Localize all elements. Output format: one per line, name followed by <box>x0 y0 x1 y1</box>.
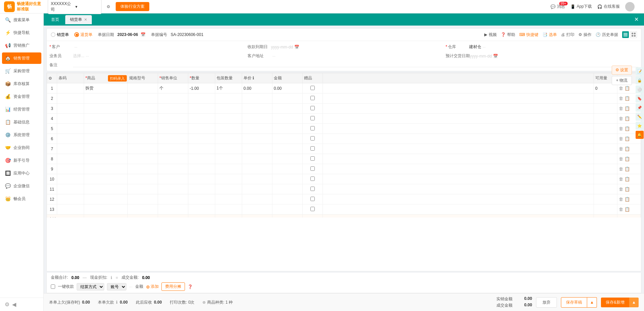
panel-btn-7[interactable]: ⭐ <box>636 122 644 130</box>
save-new-arrow-btn[interactable]: ▲ <box>629 298 639 307</box>
panel-btn-1[interactable]: 📝 <box>636 67 644 75</box>
panel-btn-8[interactable]: 🔔 <box>636 131 644 139</box>
delete-icon[interactable]: 🗑 <box>619 197 623 202</box>
sidebar-item-appstore[interactable]: 🔲 应用中心 <box>0 167 43 180</box>
sidebar-item-inventory[interactable]: 📦 库存核算 <box>0 77 43 90</box>
copy-icon[interactable]: 📋 <box>624 177 630 182</box>
delete-icon[interactable]: 🗑 <box>619 116 623 121</box>
scan-btn[interactable]: 扫码录入 <box>108 75 127 81</box>
save-new-btn[interactable]: 保存&新增 <box>601 298 629 307</box>
message-btn[interactable]: 💬 消息 99+ <box>551 4 565 9</box>
shortcut-btn[interactable]: ⌨ 快捷键 <box>519 32 538 38</box>
delete-icon[interactable]: 🗑 <box>619 146 623 151</box>
sidebar-item-marketing[interactable]: 📢 营销推广 <box>0 39 43 52</box>
delete-icon[interactable]: 🗑 <box>619 166 623 171</box>
quantity-1[interactable]: -1.00 <box>188 83 215 93</box>
sidebar-item-system[interactable]: ⚙️ 系统管理 <box>0 128 43 141</box>
payment-cal-icon[interactable]: 📅 <box>294 45 299 49</box>
delete-icon[interactable]: 🗑 <box>619 207 623 212</box>
delete-icon[interactable]: 🗑 <box>619 126 623 131</box>
expense-btn[interactable]: 费用分摊 <box>161 282 185 291</box>
panel-btn-2[interactable]: 🔒 <box>636 76 644 84</box>
customer-dots[interactable]: ··· <box>74 45 77 49</box>
total-debt-help-icon[interactable]: ℹ <box>116 300 118 305</box>
warehouse-dots[interactable]: ··· <box>483 45 486 49</box>
expected-cal-icon[interactable]: 📅 <box>493 54 498 59</box>
help-circle-icon[interactable]: ℹ <box>111 275 112 280</box>
unit-1[interactable]: 个 <box>158 83 188 93</box>
online-service-btn[interactable]: 🎧 在线客服 <box>597 4 620 9</box>
sidebar-item-sales[interactable]: 🏠 销售管理 <box>2 52 41 64</box>
avatar[interactable] <box>625 2 635 11</box>
copy-icon[interactable]: 📋 <box>624 207 630 212</box>
delete-icon[interactable]: 🗑 <box>619 187 623 192</box>
operation-btn[interactable]: ⚙ 操作 <box>578 32 592 38</box>
discard-btn[interactable]: 放弃 <box>536 297 557 308</box>
video-btn[interactable]: ▶ 视频 <box>484 32 497 38</box>
settlement-method-select[interactable]: 结算方式 <box>77 283 104 290</box>
experience-btn[interactable]: 体验行业方案 <box>116 2 149 11</box>
expense-help-icon[interactable]: ❓ <box>188 284 193 289</box>
salesperson-dots[interactable]: ··· <box>86 54 89 58</box>
amount-dots[interactable]: ··· <box>129 284 132 289</box>
window-close-btn[interactable]: ✕ <box>634 16 639 23</box>
barcode-1[interactable] <box>57 83 84 93</box>
save-draft-btn[interactable]: 保存草稿 <box>561 297 587 308</box>
history-btn[interactable]: 🕐 历史单据 <box>596 32 618 38</box>
settings-icon[interactable]: ⚙ <box>104 2 113 11</box>
product-1[interactable]: 拆货 <box>84 83 128 93</box>
delete-icon-1[interactable]: 🗑 <box>619 86 623 91</box>
sidebar-item-basic[interactable]: 📋 基础信息 <box>0 116 43 128</box>
delete-icon[interactable]: 🗑 <box>619 136 623 141</box>
panel-btn-3[interactable]: ⚪ <box>636 85 644 93</box>
copy-icon-1[interactable]: 📋 <box>624 86 630 91</box>
sidebar-item-purchase[interactable]: 🛒 采购管理 <box>0 65 43 77</box>
sidebar-item-finance[interactable]: 💰 资金管理 <box>0 90 43 103</box>
sidebar-item-quick-nav[interactable]: ⚡ 快捷导航 <box>0 26 43 39</box>
logistics-btn[interactable]: + 物流 <box>612 76 632 85</box>
save-draft-arrow-btn[interactable]: ▲ <box>587 297 597 308</box>
radio-return[interactable]: 退货单 <box>74 32 92 38</box>
view-grid-icon[interactable] <box>630 31 637 38</box>
calendar-icon[interactable]: 📅 <box>141 32 146 37</box>
unit-price-1[interactable]: 0.00 <box>242 83 272 93</box>
copy-icon[interactable]: 📋 <box>624 166 630 171</box>
delete-icon[interactable]: 🗑 <box>619 177 623 182</box>
sidebar-item-wechat[interactable]: 💬 企业微信 <box>0 180 43 192</box>
account-select[interactable]: 账号 <box>107 283 126 290</box>
copy-icon[interactable]: 📋 <box>624 187 630 192</box>
copy-icon[interactable]: 📋 <box>624 136 630 141</box>
copy-icon[interactable]: 📋 <box>624 156 630 161</box>
gift-1[interactable] <box>303 83 323 93</box>
app-download-btn[interactable]: 📱 App下载 <box>570 4 592 9</box>
sidebar-item-search[interactable]: 🔍 搜索菜单 <box>0 13 43 26</box>
copy-icon[interactable]: 📋 <box>624 96 630 101</box>
one-click-checkbox[interactable] <box>51 284 55 289</box>
copy-icon[interactable]: 📋 <box>624 146 630 151</box>
copy-icon[interactable]: 📋 <box>624 126 630 131</box>
sidebar-settings-icon[interactable]: ⚙ <box>5 301 9 308</box>
spec-1[interactable] <box>128 83 158 93</box>
amount-1[interactable]: 0.00 <box>272 83 303 93</box>
sidebar-collapse-icon[interactable]: ◀ <box>12 301 16 308</box>
company-selector[interactable]: XXXXXX公司 ▾ <box>48 0 102 14</box>
remark-input[interactable] <box>73 62 638 67</box>
panel-btn-4[interactable]: 🔖 <box>636 94 644 103</box>
print-btn[interactable]: 🖨 打印 <box>561 32 574 38</box>
tab-home[interactable]: 首页 <box>46 15 64 24</box>
help-btn[interactable]: ❓ 帮助 <box>501 32 515 38</box>
copy-icon[interactable]: 📋 <box>624 106 630 111</box>
tab-close-icon[interactable]: ✕ <box>84 17 87 22</box>
delete-icon[interactable]: 🗑 <box>619 96 623 101</box>
table-scroll[interactable]: ⚙ 条码 *商品 扫码录入 规格型号 *销售单位 *数量 包装数量 单价 ℹ 金… <box>47 73 641 218</box>
copy-icon[interactable]: 📋 <box>624 116 630 121</box>
delete-icon[interactable]: 🗑 <box>619 106 623 111</box>
view-list-icon[interactable] <box>622 31 629 38</box>
sidebar-item-member[interactable]: 👑 畅会员 <box>0 192 43 205</box>
tab-sales-order[interactable]: 销货单 ✕ <box>65 15 92 24</box>
sidebar-item-operation[interactable]: 📊 经营管理 <box>0 103 43 116</box>
settings-btn[interactable]: ⚙ 设置 <box>612 66 632 75</box>
radio-sales[interactable]: 销货单 <box>51 32 69 38</box>
copy-icon[interactable]: 📋 <box>624 197 630 202</box>
choose-btn[interactable]: 📑 选单 <box>542 32 557 38</box>
